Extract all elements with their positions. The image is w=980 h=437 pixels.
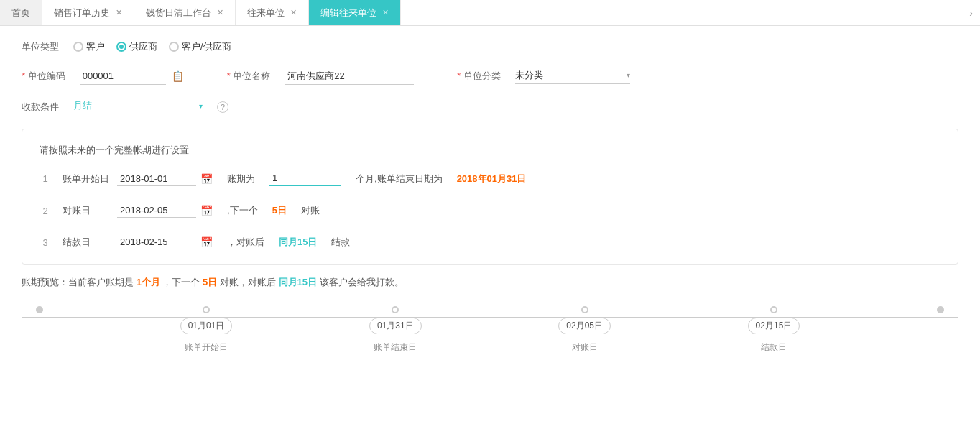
- start-dot: [36, 306, 43, 313]
- tab-edit-partner[interactable]: 编辑往来单位 ✕: [309, 0, 401, 25]
- preview-highlight3: 同月15日: [279, 277, 317, 288]
- tab-close-edit-partner[interactable]: ✕: [382, 8, 389, 17]
- row2-highlight: 5日: [272, 204, 287, 217]
- timeline-node-start: [36, 306, 43, 348]
- node-dot-0101: [203, 306, 210, 313]
- unit-code-input[interactable]: [80, 68, 166, 85]
- period-unit-text: 个月,账单结束日期为: [356, 172, 443, 185]
- timeline-node-end: [937, 306, 944, 348]
- row-type-1: 账单开始日: [63, 172, 106, 185]
- timeline-node-0215: 02月15日 结款日: [748, 306, 800, 354]
- payment-condition-value: 月结: [73, 99, 92, 112]
- period-end-date: 2018年01月31日: [457, 172, 527, 185]
- config-section: 请按照未来的一个完整帐期进行设置 1 账单开始日 📅 账期为 个月,账单结束日期…: [22, 129, 958, 264]
- row-type-2: 对账日: [63, 204, 106, 217]
- radio-supplier[interactable]: 供应商: [116, 40, 157, 53]
- payment-condition-select[interactable]: 月结 ▾: [73, 99, 203, 114]
- payment-condition-row: 收款条件 月结 ▾ ?: [22, 99, 958, 114]
- unit-code-label: 单位编码: [22, 70, 65, 83]
- preview-middle2: 对账，对账后: [220, 277, 276, 288]
- preview-section: 账期预览：当前客户账期是 1个月 ，下一个 5日 对账，对账后 同月15日 该客…: [22, 276, 958, 289]
- section-title: 请按照未来的一个完整帐期进行设置: [40, 144, 940, 157]
- unit-code-calendar-icon[interactable]: 📋: [172, 70, 184, 82]
- calendar-icon-3[interactable]: 📅: [200, 236, 213, 248]
- unit-name-label: 单位名称: [227, 70, 271, 83]
- date-input-1[interactable]: [117, 172, 196, 186]
- date-field-1: 📅: [117, 172, 213, 186]
- config-row-2: 2 对账日 📅 ,下一个 5日 对账: [40, 203, 940, 218]
- tab-partner-unit[interactable]: 往来单位 ✕: [236, 0, 309, 25]
- row-num-1: 1: [40, 173, 51, 184]
- unit-info-row: 单位编码 📋 单位名称 单位分类 未分类 ▾: [22, 68, 958, 85]
- unit-category-select[interactable]: 未分类 ▾: [515, 69, 630, 84]
- unit-category-arrow-icon: ▾: [627, 71, 630, 79]
- period-value-input[interactable]: [269, 171, 341, 186]
- node-dot-0131: [392, 306, 399, 313]
- calendar-icon-1[interactable]: 📅: [200, 173, 213, 185]
- row3-suffix: 结款: [331, 236, 350, 249]
- config-row-1: 1 账单开始日 📅 账期为 个月,账单结束日期为 2018年01月31日: [40, 171, 940, 186]
- tab-close-partner-unit[interactable]: ✕: [290, 8, 297, 17]
- tab-close-cash-work[interactable]: ✕: [217, 8, 223, 17]
- help-icon[interactable]: ?: [217, 101, 228, 113]
- radio-circle-customer: [73, 42, 83, 52]
- period-label-before: 账期为: [227, 172, 255, 185]
- date-field-2: 📅: [117, 203, 213, 218]
- calendar-icon-2[interactable]: 📅: [200, 205, 213, 216]
- row3-prefix: ，对账后: [227, 236, 264, 249]
- preview-prefix: 账期预览：当前客户账期是: [22, 277, 134, 288]
- node-date-0101: 01月01日: [180, 318, 233, 334]
- preview-middle1: ，下一个: [162, 277, 200, 288]
- unit-type-label: 单位类型: [22, 40, 59, 53]
- preview-suffix: 该客户会给我打款。: [320, 277, 404, 288]
- node-date-0205: 02月05日: [558, 318, 611, 334]
- preview-highlight1: 1个月: [137, 277, 160, 288]
- unit-name-group: [285, 68, 414, 85]
- node-dot-0205: [581, 306, 588, 313]
- unit-category-value: 未分类: [515, 69, 543, 82]
- preview-highlight2: 5日: [203, 277, 217, 288]
- end-dot: [937, 306, 944, 313]
- row3-highlight: 同月15日: [279, 236, 317, 249]
- tab-close-sales-history[interactable]: ✕: [116, 8, 122, 17]
- timeline-node-0205: 02月05日 对账日: [558, 306, 611, 354]
- payment-condition-label: 收款条件: [22, 101, 59, 114]
- unit-type-radio-group: 客户 供应商 客户/供应商: [73, 40, 231, 53]
- unit-category-label: 单位分类: [457, 70, 501, 83]
- row-num-2: 2: [40, 206, 51, 216]
- timeline-node-0131: 01月31日 账单结束日: [369, 306, 422, 354]
- radio-customer-supplier[interactable]: 客户/供应商: [169, 40, 231, 53]
- row2-prefix: ,下一个: [227, 204, 258, 217]
- unit-type-row: 单位类型 客户 供应商 客户/供应商: [22, 40, 958, 53]
- node-dot-0215: [770, 306, 777, 313]
- row-num-3: 3: [40, 237, 51, 248]
- unit-code-group: 📋: [80, 68, 184, 85]
- row-type-3: 结款日: [63, 236, 106, 249]
- node-label-0205: 对账日: [572, 341, 598, 354]
- timeline-nodes: 01月01日 账单开始日 01月31日 账单结束日 02月05日 对账日: [36, 306, 944, 354]
- tab-cash-work[interactable]: 钱货日清工作台 ✕: [134, 0, 236, 25]
- content-area: 单位类型 客户 供应商 客户/供应商 单位编码 📋 单位名称 单位分: [0, 26, 980, 437]
- node-label-0215: 结款日: [761, 341, 787, 354]
- config-row-3: 3 结款日 📅 ，对账后 同月15日 结款: [40, 235, 940, 249]
- node-label-0131: 账单结束日: [374, 341, 417, 354]
- timeline-node-0101: 01月01日 账单开始日: [180, 306, 233, 354]
- node-label-0101: 账单开始日: [185, 341, 228, 354]
- unit-name-input[interactable]: [285, 68, 414, 85]
- tab-more-arrow[interactable]: ›: [962, 0, 980, 25]
- node-date-0131: 01月31日: [369, 318, 422, 334]
- radio-circle-customer-supplier: [169, 42, 179, 52]
- date-input-2[interactable]: [117, 203, 196, 218]
- date-field-3: 📅: [117, 235, 213, 249]
- tab-home[interactable]: 首页: [0, 0, 42, 25]
- timeline-section: 01月01日 账单开始日 01月31日 账单结束日 02月05日 对账日: [22, 306, 958, 354]
- node-date-0215: 02月15日: [748, 318, 800, 334]
- radio-customer[interactable]: 客户: [73, 40, 105, 53]
- tabs-bar: 首页 销售订单历史 ✕ 钱货日清工作台 ✕ 往来单位 ✕ 编辑往来单位 ✕ ›: [0, 0, 980, 26]
- tab-sales-history[interactable]: 销售订单历史 ✕: [42, 0, 134, 25]
- date-input-3[interactable]: [117, 235, 196, 249]
- row2-suffix: 对账: [301, 204, 320, 217]
- payment-condition-arrow-icon: ▾: [199, 102, 203, 110]
- radio-circle-supplier: [116, 42, 126, 52]
